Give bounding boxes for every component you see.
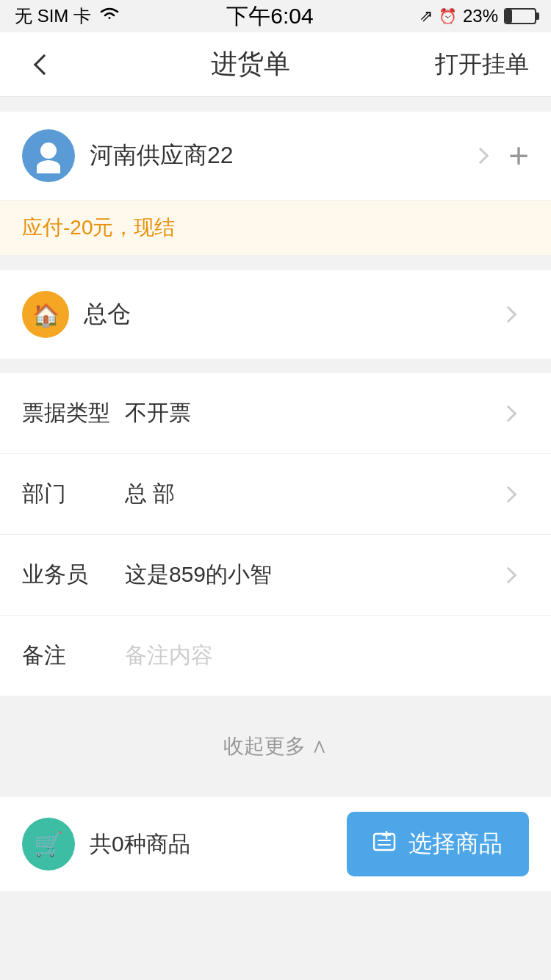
- warehouse-icon: 🏠: [32, 302, 60, 328]
- invoice-chevron-icon: [500, 405, 517, 422]
- dept-label: 部门: [22, 479, 125, 509]
- battery-pct: 23%: [463, 6, 498, 26]
- sales-row[interactable]: 业务员 这是859的小智: [0, 535, 551, 616]
- status-time: 下午6:04: [226, 1, 313, 32]
- supplier-chevron-icon: [472, 148, 489, 165]
- back-button[interactable]: [22, 43, 66, 87]
- sales-chevron-icon: [500, 566, 517, 583]
- svg-rect-0: [374, 834, 395, 850]
- collapse-button[interactable]: 收起更多 ∧: [0, 710, 551, 782]
- warehouse-chevron-icon: [500, 306, 517, 323]
- dept-chevron-icon: [500, 486, 517, 502]
- battery-icon: [504, 8, 536, 24]
- sales-value: 这是859的小智: [125, 560, 503, 590]
- alarm-icon: ⏰: [439, 7, 457, 25]
- add-button[interactable]: +: [501, 138, 529, 173]
- collapse-label: 收起更多 ∧: [223, 735, 328, 757]
- invoice-value: 不开票: [125, 398, 503, 428]
- warehouse-row[interactable]: 🏠 总仓: [0, 270, 551, 359]
- back-arrow-icon: [34, 54, 54, 74]
- remark-label: 备注: [22, 641, 125, 671]
- dept-row[interactable]: 部门 总 部: [0, 454, 551, 535]
- form-section: 票据类型 不开票 部门 总 部 业务员 这是859的小智 备注 备注内容: [0, 373, 551, 696]
- status-left: 无 SIM 卡: [15, 4, 120, 28]
- notice-text: 应付-20元，现结: [22, 216, 175, 239]
- warehouse-section: 🏠 总仓: [0, 270, 551, 359]
- status-bar: 无 SIM 卡 下午6:04 ⇗ ⏰ 23%: [0, 0, 551, 32]
- nav-bar: 进货单 打开挂单: [0, 32, 551, 97]
- product-count: 共0种商品: [90, 829, 347, 860]
- cart-icon: 🛒: [34, 830, 63, 858]
- bottom-bar: 🛒 共0种商品 选择商品: [0, 797, 551, 891]
- notice-bar: 应付-20元，现结: [0, 201, 551, 256]
- page-title: 进货单: [211, 46, 290, 82]
- supplier-row[interactable]: 河南供应商22 +: [0, 112, 551, 201]
- sales-label: 业务员: [22, 560, 125, 590]
- select-btn-label: 选择商品: [408, 828, 503, 860]
- warehouse-name: 总仓: [84, 298, 503, 331]
- supplier-avatar: [22, 129, 75, 182]
- invoice-label: 票据类型: [22, 398, 125, 428]
- status-right: ⇗ ⏰ 23%: [419, 6, 536, 26]
- dept-value: 总 部: [125, 479, 503, 509]
- remark-input[interactable]: 备注内容: [125, 641, 529, 671]
- location-icon: ⇗: [419, 7, 433, 26]
- product-icon-wrap: 🛒: [22, 818, 75, 871]
- open-pending-button[interactable]: 打开挂单: [435, 48, 529, 81]
- carrier-text: 无 SIM 卡: [15, 4, 91, 28]
- select-btn-icon: [373, 831, 400, 858]
- supplier-name: 河南供应商22: [90, 140, 475, 172]
- select-product-button[interactable]: 选择商品: [347, 812, 529, 876]
- avatar-person-icon: [35, 143, 62, 169]
- supplier-section: 河南供应商22 + 应付-20元，现结: [0, 112, 551, 256]
- page-background: [0, 891, 551, 980]
- warehouse-icon-wrap: 🏠: [22, 291, 69, 338]
- invoice-row[interactable]: 票据类型 不开票: [0, 373, 551, 454]
- wifi-icon: [98, 6, 120, 26]
- section-gap-1: [0, 97, 551, 112]
- remark-row[interactable]: 备注 备注内容: [0, 616, 551, 696]
